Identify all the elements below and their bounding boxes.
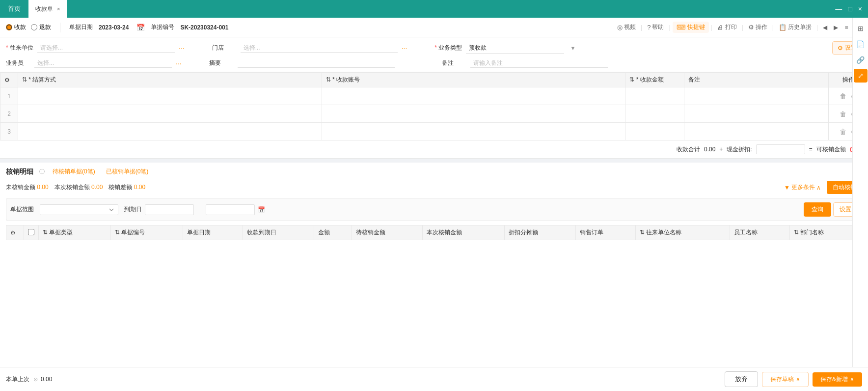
staff-label: 业务员 (6, 59, 30, 67)
settlement-cell-2[interactable] (18, 105, 322, 123)
voucher-num-label: 单据编号 (151, 23, 174, 31)
verify-table: ⚙ ⇅ 单据类型 ⇅ 单据编号 单据日期 收款到期日 (6, 225, 862, 240)
row-num-2: 2 (0, 105, 18, 123)
row-num-1: 1 (0, 87, 18, 105)
maximize-icon[interactable]: □ (846, 4, 854, 14)
save-new-btn[interactable]: 保存&新增 ∧ (813, 372, 862, 387)
current-writeoff-stat: 本次核销金额 0.00 (54, 183, 103, 192)
verify-settings-th[interactable]: ⚙ (6, 225, 24, 240)
biz-type-dropdown-icon[interactable]: ▼ (570, 45, 575, 51)
remark-input[interactable] (470, 58, 608, 68)
store-input[interactable] (241, 43, 398, 53)
remark-th: 备注 (684, 73, 829, 87)
calendar-icon[interactable]: 📅 (136, 24, 145, 31)
nav-tab-label: 收款单 (35, 5, 53, 13)
staff-more-btn[interactable]: ··· (176, 59, 182, 67)
discount-input[interactable] (756, 144, 805, 154)
select-all-checkbox[interactable] (28, 229, 34, 235)
query-btn[interactable]: 查询 (804, 202, 831, 217)
completed-tab[interactable]: 已核销单据(0笔) (103, 167, 152, 177)
sidebar-attach-icon[interactable]: 🔗 (854, 53, 868, 67)
shortcut-btn[interactable]: ⌨ 快捷键 (673, 22, 709, 33)
settlement-cell-3[interactable] (18, 123, 322, 140)
verify-check-th[interactable] (24, 225, 39, 240)
due-date-end[interactable]: 2022-04-12 (206, 204, 255, 215)
receipt-account-th: ⇅ * 收款账号 (322, 73, 625, 87)
account-cell-1[interactable] (322, 87, 625, 105)
operation-icon: ⚙ (748, 24, 754, 31)
verify-title: 核销明细 (6, 168, 33, 176)
total-label: 收款合计 (677, 145, 700, 154)
delete-row-1-icon[interactable]: 🗑 (840, 92, 846, 100)
settlement-cell-1[interactable] (18, 87, 322, 105)
radio-receipt[interactable]: 收款 (6, 23, 26, 31)
discount-label: 现金折扣: (727, 145, 752, 154)
remark-label: 备注 (442, 59, 466, 67)
store-label: 门店 (212, 44, 237, 52)
save-draft-arrow-icon: ∧ (796, 376, 800, 383)
remark-cell-3[interactable] (684, 123, 829, 140)
amount-cell-2[interactable] (625, 105, 684, 123)
equals-label: = (809, 146, 813, 153)
sidebar-table-icon[interactable]: ⊞ (854, 22, 868, 35)
voucher-range-label: 单据范围 (10, 205, 34, 214)
biz-type-value: 预收款 (466, 43, 564, 54)
due-date-label: 到期日 (124, 205, 142, 214)
form-section: 往来单位 ··· 门店 ··· 业务类型 预收款 ▼ ⚙ 设置 业务员 ··· … (0, 37, 868, 72)
summary-input[interactable] (238, 58, 395, 68)
current-writeoff-th: 本次核销金额 (423, 225, 505, 240)
next-icon[interactable]: ▶ (831, 23, 841, 32)
close-tab-icon[interactable]: × (57, 6, 60, 12)
staff-input[interactable] (34, 58, 172, 68)
discard-btn[interactable]: 放弃 (725, 371, 758, 387)
history-btn[interactable]: 📋 历史单据 (776, 22, 814, 32)
info-icon[interactable]: ⓘ (39, 168, 45, 175)
bottom-bar: 本单上次 ⊙ 0.00 放弃 保存草稿 ∧ 保存&新增 ∧ (0, 367, 868, 391)
help-btn[interactable]: ? 帮助 (644, 22, 667, 32)
prev-icon[interactable]: ◀ (820, 23, 830, 32)
sidebar-doc-icon[interactable]: 📄 (854, 37, 868, 51)
verify-header: 核销明细 ⓘ 待核销单据(0笔) 已核销单据(0笔) (6, 167, 862, 177)
due-date-start[interactable]: 2022-04-01 (145, 204, 194, 215)
delete-row-3-icon[interactable]: 🗑 (840, 128, 846, 136)
bottom-info-icon[interactable]: ⊙ (33, 376, 38, 383)
close-window-icon[interactable]: × (856, 4, 864, 14)
table-row: 1 🗑 ⊕ (0, 87, 868, 105)
calendar-icon-2[interactable]: 📅 (258, 206, 265, 213)
sidebar-expand-icon[interactable]: ⤢ (854, 69, 868, 83)
print-btn[interactable]: 🖨 打印 (714, 22, 740, 32)
history-icon: 📋 (779, 24, 787, 31)
receipt-table: ⚙ ⇅ * 结算方式 ⇅ * 收款账号 ⇅ * 收款金额 备注 操作 (0, 72, 868, 140)
pending-tab[interactable]: 待核销单据(0笔) (50, 167, 98, 177)
amount-cell-3[interactable] (625, 123, 684, 140)
store-more-btn[interactable]: ··· (402, 44, 407, 52)
nav-tab-receipt[interactable]: 收款单 × (28, 0, 67, 18)
voucher-range-select[interactable] (40, 204, 118, 215)
account-cell-2[interactable] (322, 105, 625, 123)
counterparty-input[interactable] (37, 43, 175, 53)
remark-cell-2[interactable] (684, 105, 829, 123)
operation-btn[interactable]: ⚙ 操作 (745, 22, 770, 32)
list-icon[interactable]: ≡ (841, 23, 851, 32)
save-draft-btn[interactable]: 保存草稿 ∧ (762, 372, 809, 387)
nav-home[interactable]: 首页 (0, 0, 28, 18)
settlement-method-th: ⇅ * 结算方式 (18, 73, 322, 87)
table-settings-th[interactable]: ⚙ (0, 73, 18, 87)
right-sidebar: ⊞ 📄 🔗 ⤢ (852, 18, 868, 391)
amount-cell-1[interactable] (625, 87, 684, 105)
counterparty-more-btn[interactable]: ··· (179, 44, 185, 52)
section-divider (0, 159, 868, 163)
window-controls: — □ × (833, 4, 868, 14)
voucher-num-th: ⇅ 单据编号 (111, 225, 183, 240)
remark-cell-1[interactable] (684, 87, 829, 105)
video-btn[interactable]: ◎ 视频 (614, 22, 639, 32)
verification-section: 核销明细 ⓘ 待核销单据(0笔) 已核销单据(0笔) 未核销金额 0.00 本次… (0, 163, 868, 367)
voucher-type-th: ⇅ 单据类型 (39, 225, 111, 240)
minimize-icon[interactable]: — (833, 4, 844, 14)
account-cell-3[interactable] (322, 123, 625, 140)
radio-refund[interactable]: 退款 (31, 23, 51, 31)
delete-row-2-icon[interactable]: 🗑 (840, 110, 846, 118)
toolbar-row: 收款 退款 单据日期 2023-03-24 📅 单据编号 SK-20230324… (0, 18, 868, 37)
more-filter-btn[interactable]: ▼ 更多条件 ∧ (784, 183, 821, 192)
toolbar-buttons: ◎ 视频 | ? 帮助 | ⌨ 快捷键 | 🖨 打印 | ⚙ 操作 (614, 22, 862, 33)
